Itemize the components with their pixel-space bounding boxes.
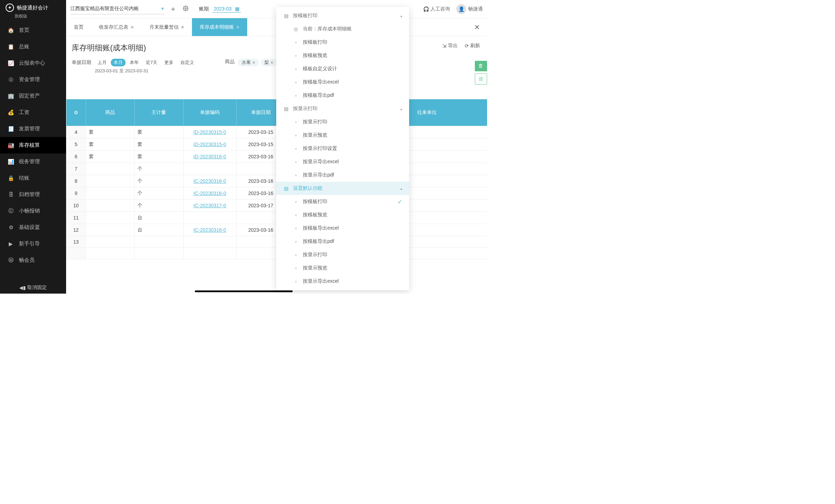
home-indicator: [195, 290, 293, 292]
sidebar-item-guide[interactable]: ▶新手引导: [0, 236, 66, 252]
dropdown-item[interactable]: ▫按显示导出excel: [276, 155, 409, 168]
date-chip-自定义[interactable]: 自定义: [178, 59, 197, 66]
avatar-icon: 👤: [456, 4, 466, 14]
tab-close-icon[interactable]: ✕: [236, 25, 240, 30]
tag-remove-icon[interactable]: ✕: [270, 60, 273, 65]
bill-code-link[interactable]: IC-20230316-0: [193, 227, 226, 233]
sidebar-item-close[interactable]: 🔒结账: [0, 170, 66, 186]
company-selector[interactable]: 江西服宝精品有限责任公司内账 ▼: [70, 3, 165, 14]
dropdown-item[interactable]: ▫按显示预览: [276, 129, 409, 142]
row-index: 7: [66, 163, 86, 175]
tab-库存成本明细账[interactable]: 库存成本明细账✕: [192, 18, 247, 36]
period-selector[interactable]: 2023-03 ▦: [212, 5, 241, 13]
dropdown-item[interactable]: ▫按显示导出excel: [276, 275, 409, 288]
settings-button[interactable]: 设: [475, 73, 487, 85]
close-all-tabs-button[interactable]: ✕: [467, 23, 487, 31]
sidebar-item-label: 固定资产: [19, 93, 40, 99]
tab-月末批量暂估[interactable]: 月末批量暂估✕: [142, 18, 192, 36]
dropdown-item[interactable]: ▫按显示打印: [276, 248, 409, 261]
dropdown-group-header[interactable]: ▤按显示打印▴: [276, 102, 409, 115]
tab-首页[interactable]: 首页: [66, 18, 91, 36]
date-chip-本年[interactable]: 本年: [127, 59, 142, 66]
dropdown-item[interactable]: ◎当前：库存成本明细账: [276, 22, 409, 36]
tab-收发存汇总表[interactable]: 收发存汇总表✕: [91, 18, 142, 36]
dropdown-item[interactable]: ▫按模板预览: [276, 49, 409, 62]
refresh-button[interactable]: ⟳ 刷新: [465, 43, 480, 49]
brand-edition: 旗舰版: [15, 13, 66, 19]
stock-icon: 🏭: [8, 142, 14, 149]
user-menu[interactable]: 👤 畅捷通: [456, 4, 483, 14]
dropdown-item[interactable]: ▫按显示预览: [276, 261, 409, 275]
dropdown-item[interactable]: ▫按显示导出pdf: [276, 168, 409, 182]
sidebar-item-asset[interactable]: 🏢固定资产: [0, 88, 66, 104]
sidebar-item-report[interactable]: 📈云报表中心: [0, 55, 66, 71]
sidebar-item-member[interactable]: Ⓦ畅会员: [0, 252, 66, 268]
cell-unit: 套: [135, 126, 183, 138]
cell-code: ID-20230315-0: [183, 126, 236, 138]
cell-code: ID-20230315-0: [183, 138, 236, 150]
date-chip-上月[interactable]: 上月: [95, 59, 109, 66]
sidebar-item-home[interactable]: 🏠首页: [0, 22, 66, 38]
tab-close-icon[interactable]: ✕: [130, 25, 134, 30]
product-tag[interactable]: 梨✕: [261, 59, 277, 66]
date-chip-本月[interactable]: 本月: [111, 59, 126, 66]
sidebar-item-archive[interactable]: 🗄归档管理: [0, 186, 66, 203]
print-dropdown-menu: ▤按模板打印▴◎当前：库存成本明细账▫按模板打印▫按模板预览▫模板自定义设计▫按…: [276, 7, 409, 290]
dropdown-item[interactable]: ▫按显示导出pdf: [276, 288, 409, 290]
export-button[interactable]: ⇲ 导出: [442, 43, 458, 49]
row-index: 4: [66, 126, 86, 138]
sidebar-item-money[interactable]: ㊎资金管理: [0, 71, 66, 88]
bill-code-link[interactable]: IC-20230316-0: [193, 190, 226, 196]
sidebar-item-setting[interactable]: ⚙基础设置: [0, 219, 66, 236]
dropdown-item[interactable]: ▫按模板打印: [276, 36, 409, 49]
sidebar-item-invoice[interactable]: 🧾发票管理: [0, 121, 66, 137]
bill-code-link[interactable]: ID-20230315-0: [193, 129, 226, 135]
bill-code-link[interactable]: IC-20230316-0: [193, 178, 226, 184]
dropdown-group-header[interactable]: ▤设置默认功能▴: [276, 182, 409, 195]
product-tag[interactable]: 水果✕: [238, 59, 259, 66]
sidebar-item-tax[interactable]: 📊税务管理: [0, 153, 66, 170]
dropdown-item[interactable]: ▫按模板导出pdf: [276, 89, 409, 102]
sidebar-item-promo[interactable]: Ⓒ小畅报销: [0, 203, 66, 219]
dropdown-item[interactable]: ▫按模板预览: [276, 208, 409, 222]
dropdown-item-icon: ▫: [293, 172, 299, 178]
tag-remove-icon[interactable]: ✕: [252, 60, 255, 65]
tab-close-icon[interactable]: ✕: [181, 25, 184, 30]
row-index: 6: [66, 150, 86, 163]
dropdown-item[interactable]: ▫按模板导出excel: [276, 75, 409, 89]
sidebar-item-ledger[interactable]: 📋总账: [0, 38, 66, 55]
bill-code-link[interactable]: IC-20230317-0: [193, 203, 226, 208]
sidebar-item-label: 基础设置: [19, 224, 40, 231]
dropdown-item[interactable]: ▫模板自定义设计: [276, 62, 409, 75]
consult-button[interactable]: 🎧 人工咨询: [423, 6, 450, 12]
sidebar-item-stock[interactable]: 🏭库存核算: [0, 137, 66, 153]
col-code: 单据编码: [183, 99, 236, 126]
column-settings-icon[interactable]: ⚙: [66, 99, 86, 126]
col-product: 商品: [86, 99, 134, 126]
dropdown-item[interactable]: ▫按显示打印设置: [276, 142, 409, 155]
dropdown-item[interactable]: ▫按模板导出pdf: [276, 235, 409, 248]
sidebar-collapse-button[interactable]: ◀▮ 取消固定: [0, 285, 66, 291]
dropdown-item[interactable]: ▫按模板导出excel: [276, 222, 409, 235]
cell-product: [86, 247, 134, 259]
cell-unit: 台: [135, 224, 183, 236]
bill-code-link[interactable]: ID-20230316-0: [193, 154, 226, 159]
bill-code-link[interactable]: ID-20230315-0: [193, 142, 226, 147]
archive-icon: 🗄: [8, 192, 14, 198]
sidebar-item-label: 库存核算: [19, 142, 40, 149]
settings-icon[interactable]: [181, 4, 190, 14]
filter-date-label: 单据日期: [72, 59, 91, 66]
dropdown-item[interactable]: ▫按模板打印✓: [276, 195, 409, 208]
cell-product: [86, 211, 134, 224]
dropdown-item[interactable]: ▫按显示打印: [276, 115, 409, 129]
date-chip-更多[interactable]: 更多: [162, 59, 176, 66]
cell-unit: 台: [135, 211, 183, 224]
add-button[interactable]: ＋: [168, 3, 178, 15]
dropdown-group-header[interactable]: ▤按模板打印▴: [276, 9, 409, 22]
sidebar-item-salary[interactable]: 💰工资: [0, 104, 66, 121]
svg-point-0: [185, 8, 186, 9]
setting-icon: ⚙: [8, 224, 14, 231]
date-chip-近7天[interactable]: 近7天: [143, 59, 160, 66]
chevron-down-icon: ▼: [160, 6, 165, 11]
query-button[interactable]: 查: [475, 61, 487, 71]
